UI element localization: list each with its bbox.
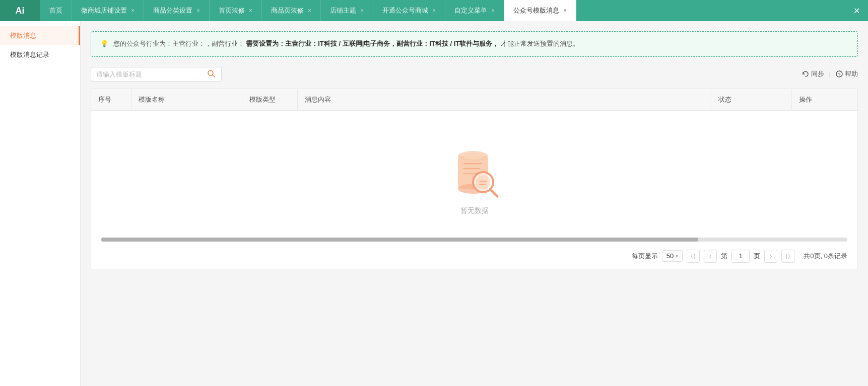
total-info: 共0页, 0条记录 bbox=[804, 252, 847, 261]
first-page-button[interactable]: ⟨⟨ bbox=[687, 250, 700, 263]
sidebar-item-template-message[interactable]: 模版消息 bbox=[0, 26, 80, 45]
horizontal-scrollbar[interactable] bbox=[101, 238, 847, 242]
search-button[interactable] bbox=[207, 69, 215, 79]
close-tab-category-settings[interactable]: × bbox=[196, 7, 200, 14]
close-tab-store-theme[interactable]: × bbox=[360, 7, 364, 14]
search-input-wrap bbox=[91, 67, 222, 82]
prev-page-button[interactable]: ‹ bbox=[704, 250, 717, 263]
th-content: 消息内容 bbox=[298, 89, 711, 110]
close-tab-custom-menu[interactable]: × bbox=[491, 7, 495, 14]
page-number-input[interactable] bbox=[731, 250, 750, 263]
th-name: 模版名称 bbox=[131, 89, 242, 110]
sidebar-item-template-record[interactable]: 模版消息记录 bbox=[0, 45, 80, 64]
pagination: 每页显示 50 ▾ ⟨⟨ ‹ 第 页 › ⟩⟩ bbox=[91, 244, 857, 269]
svg-point-12 bbox=[476, 175, 490, 189]
scrollbar-thumb[interactable] bbox=[101, 238, 698, 242]
prev-page-icon: ‹ bbox=[709, 253, 711, 260]
tab-open-mall[interactable]: 开通公众号商城 × bbox=[373, 0, 445, 21]
tab-product-decor[interactable]: 商品页装修 × bbox=[262, 0, 321, 21]
close-tab-open-mall[interactable]: × bbox=[432, 7, 436, 14]
tab-custom-menu[interactable]: 自定义菜单 × bbox=[445, 0, 504, 21]
next-page-icon: › bbox=[770, 253, 772, 260]
th-action: 操作 bbox=[792, 89, 857, 110]
close-tab-product-decor[interactable]: × bbox=[308, 7, 311, 14]
search-icon bbox=[207, 69, 215, 78]
per-page-select[interactable]: 50 ▾ bbox=[662, 250, 683, 262]
sidebar: 模版消息 模版消息记录 bbox=[0, 21, 81, 386]
svg-line-1 bbox=[213, 75, 215, 77]
search-actions: 同步 | ? 帮助 bbox=[802, 69, 858, 79]
tab-home-decor[interactable]: 首页装修 × bbox=[210, 0, 262, 21]
tab-bar: Ai 首页 微商城店铺设置 × 商品分类设置 × 首页装修 × 商品页装修 × … bbox=[0, 0, 868, 21]
help-icon: ? bbox=[836, 70, 843, 78]
page-label-post: 页 bbox=[754, 252, 760, 261]
help-button[interactable]: ? 帮助 bbox=[836, 69, 858, 79]
th-status: 状态 bbox=[711, 89, 792, 110]
close-tab-store-settings[interactable]: × bbox=[131, 7, 135, 14]
data-table: 序号 模版名称 模版类型 消息内容 状态 操作 bbox=[91, 89, 858, 269]
last-page-icon: ⟩⟩ bbox=[785, 253, 790, 260]
main-layout: 模版消息 模版消息记录 💡 您的公众号行业为：主营行业：，副营行业： 需要设置为… bbox=[0, 21, 868, 386]
svg-point-7 bbox=[463, 152, 483, 160]
svg-line-13 bbox=[490, 189, 497, 196]
tab-store-settings[interactable]: 微商城店铺设置 × bbox=[72, 0, 144, 21]
empty-text: 暂无数据 bbox=[460, 206, 489, 215]
sync-button[interactable]: 同步 bbox=[802, 69, 824, 79]
tab-template-msg[interactable]: 公众号模版消息 × bbox=[504, 0, 576, 21]
close-tab-home-decor[interactable]: × bbox=[249, 7, 252, 14]
first-page-icon: ⟨⟨ bbox=[691, 253, 696, 260]
notice-icon: 💡 bbox=[100, 40, 108, 47]
tab-home[interactable]: 首页 bbox=[40, 0, 72, 21]
notice-banner: 💡 您的公众号行业为：主营行业：，副营行业： 需要设置为：主营行业：IT科技 /… bbox=[91, 31, 858, 57]
empty-state: 暂无数据 bbox=[91, 111, 857, 236]
tab-category-settings[interactable]: 商品分类设置 × bbox=[144, 0, 210, 21]
search-input[interactable] bbox=[96, 70, 207, 78]
content-area: 💡 您的公众号行业为：主营行业：，副营行业： 需要设置为：主营行业：IT科技 /… bbox=[81, 21, 868, 386]
window-close-button[interactable]: ✕ bbox=[845, 0, 868, 21]
page-label-pre: 第 bbox=[721, 252, 727, 261]
search-bar: 同步 | ? 帮助 bbox=[91, 67, 858, 82]
next-page-button[interactable]: › bbox=[764, 250, 777, 263]
th-serial: 序号 bbox=[91, 89, 131, 110]
empty-illustration bbox=[442, 141, 507, 206]
sync-icon bbox=[802, 70, 809, 78]
tab-store-theme[interactable]: 店铺主题 × bbox=[321, 0, 373, 21]
table-header: 序号 模版名称 模版类型 消息内容 状态 操作 bbox=[91, 89, 857, 111]
close-tab-template-msg[interactable]: × bbox=[563, 7, 567, 14]
th-type: 模版类型 bbox=[242, 89, 298, 110]
chevron-down-icon: ▾ bbox=[676, 253, 678, 259]
svg-text:?: ? bbox=[838, 72, 840, 77]
last-page-button[interactable]: ⟩⟩ bbox=[781, 250, 794, 263]
actions-divider: | bbox=[829, 70, 831, 78]
app-logo: Ai bbox=[0, 0, 40, 21]
per-page-label: 每页显示 bbox=[632, 252, 658, 261]
